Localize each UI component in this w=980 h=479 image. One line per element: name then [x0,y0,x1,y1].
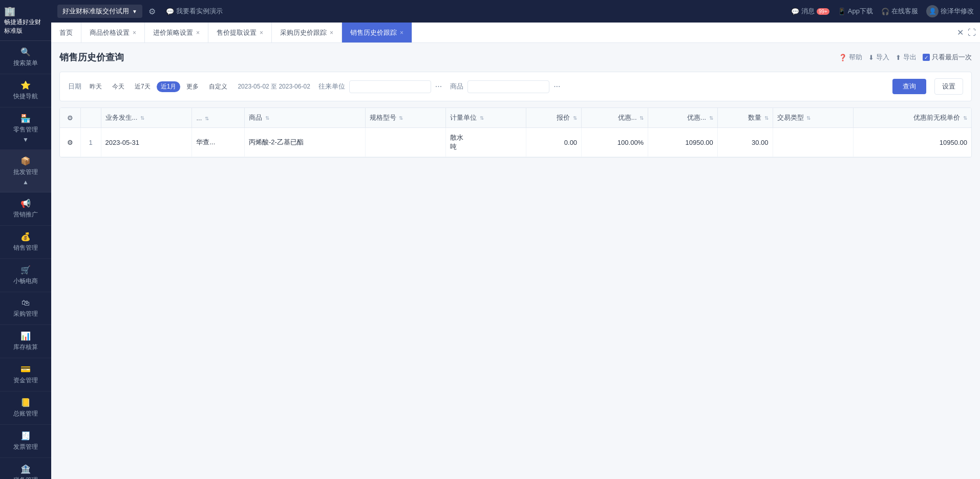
search-icon: 🔍 [20,47,31,57]
sidebar: 🏢 畅捷通好业财 标准版 🔍 搜索菜单 ⭐ 快捷导航 🏪 零售管理 ▼ 📦 批发… [0,0,51,479]
th-dots-sort-icon: ⇅ [205,116,209,121]
messages-icon: 💬 [791,8,799,15]
th-dots[interactable]: ... ⇅ [192,108,245,128]
tab-purchase-history-label: 采购历史价跟踪 [280,28,327,37]
product-label: 商品 [450,82,463,91]
wholesale-icon: 📦 [20,156,31,166]
import-btn[interactable]: ⬇ 导入 [868,53,889,62]
ecommerce-small-icon: 🛒 [20,265,31,275]
th-product[interactable]: 商品 ⇅ [244,108,365,128]
setting-btn[interactable]: 设置 [934,78,963,95]
th-discount1[interactable]: 优惠... ⇅ [582,108,648,128]
th-discount2-sort-icon: ⇅ [709,115,713,121]
sidebar-item-invoice[interactable]: 🧾 发票管理 [0,425,51,458]
tab-close-btn[interactable]: ✕ [957,28,964,37]
sidebar-item-ledger[interactable]: 📒 总账管理 [0,391,51,425]
tab-sale-price-extract[interactable]: 售价提取设置 × [208,23,272,43]
sidebar-item-tax[interactable]: 🏦 税务管理 [0,458,51,479]
tab-close-icon[interactable]: × [260,29,263,36]
messages-btn[interactable]: 💬 消息 99+ [791,7,829,16]
top-bar-right: 💬 消息 99+ 📱 App下载 🎧 在线客服 👤 徐泽华修改 [791,5,974,17]
help-btn[interactable]: ❓ 帮助 [839,53,862,62]
username: 徐泽华修改 [941,7,974,16]
tax-icon: 🏦 [20,464,31,474]
sidebar-item-marketing[interactable]: 📢 营销推广 [0,192,51,226]
export-btn[interactable]: ⬆ 导出 [896,53,917,62]
table-row: ⚙ 1 2023-05-31 华查... 丙烯酸-2-乙基已酯 散水 吨 0.0… [60,128,971,157]
tab-sales-history[interactable]: 销售历史价跟踪 × [342,23,412,43]
top-settings-btn[interactable]: ⚙ [146,5,158,18]
sidebar-item-inventory[interactable]: 📊 库存核算 [0,325,51,358]
help-icon: ❓ [839,54,847,61]
sales-icon: 💰 [20,232,31,242]
row-date: 2023-05-31 [101,128,192,157]
checkbox-icon: ✓ [923,54,930,61]
th-discount2[interactable]: 优惠... ⇅ [648,108,718,128]
online-service-btn[interactable]: 🎧 在线客服 [881,7,918,16]
date-opt-7days[interactable]: 近7天 [131,81,155,92]
logo-icon: 🏢 [4,5,47,18]
tab-close-icon[interactable]: × [133,29,136,36]
th-date-label: 业务发生... [105,114,138,121]
sidebar-item-finance[interactable]: 💳 资金管理 [0,358,51,391]
last-only-checkbox[interactable]: ✓ 只看最后一次 [923,53,972,62]
th-product-label: 商品 [249,114,262,121]
user-info[interactable]: 👤 徐泽华修改 [926,5,974,17]
th-price[interactable]: 报价 ⇅ [526,108,582,128]
row-unit-text: 散水 [450,134,463,141]
app-download-icon: 📱 [838,8,846,15]
sidebar-item-retail[interactable]: 🏪 零售管理 ▼ [0,107,51,150]
row-txtype [773,128,853,157]
th-pretax-label: 优惠前无税单价 [913,114,960,121]
date-opt-today[interactable]: 今天 [108,81,129,92]
source-unit-dots[interactable]: ··· [435,82,442,91]
date-opt-1month[interactable]: 近1月 [157,81,181,92]
sidebar-item-label: 税务管理 [13,476,38,479]
th-discount2-label: 优惠... [687,114,706,121]
sidebar-item-purchase[interactable]: 🛍 采购管理 [0,292,51,325]
source-unit-input[interactable] [349,80,431,93]
product-dots[interactable]: ··· [553,82,560,91]
th-quantity[interactable]: 数量 ⇅ [717,108,773,128]
tab-product-price[interactable]: 商品价格设置 × [81,23,145,43]
tab-close-icon[interactable]: × [400,29,403,36]
export-icon: ⬆ [896,54,901,61]
search-btn[interactable]: 查询 [892,79,926,94]
tab-close-icon[interactable]: × [196,29,200,36]
tab-purchase-history[interactable]: 采购历史价跟踪 × [272,23,342,43]
sidebar-item-label: 总账管理 [13,409,38,418]
tab-expand-btn[interactable]: ⛶ [968,28,976,37]
th-product-sort-icon: ⇅ [265,115,269,121]
th-pretax[interactable]: 优惠前无税单价 ⇅ [853,108,971,128]
product-input[interactable] [467,80,549,93]
date-opt-more[interactable]: 更多 [182,81,203,92]
th-date[interactable]: 业务发生... ⇅ [101,108,192,128]
date-label: 日期 [68,82,81,91]
nav-icon: ⭐ [20,80,31,90]
th-unit-sort-icon: ⇅ [480,115,484,121]
demo-icon: 💬 [166,8,174,15]
date-opt-yesterday[interactable]: 昨天 [86,81,106,92]
th-unit[interactable]: 计量单位 ⇅ [446,108,526,128]
th-spec[interactable]: 规格型号 ⇅ [365,108,445,128]
version-selector[interactable]: 好业财标准版交付试用 ▼ [57,5,142,18]
tab-home[interactable]: 首页 [51,23,81,43]
tab-purchase-strategy[interactable]: 进价策略设置 × [145,23,208,43]
filter-area: 日期 昨天 今天 近7天 近1月 更多 自定义 2023-05-02 至 202… [59,72,972,101]
th-gear[interactable]: ⚙ [60,108,80,128]
date-opt-custom[interactable]: 自定义 [205,81,231,92]
th-txtype[interactable]: 交易类型 ⇅ [773,108,853,128]
sidebar-item-wholesale[interactable]: 📦 批发管理 ▲ [0,150,51,192]
sidebar-item-search[interactable]: 🔍 搜索菜单 [0,41,51,74]
th-unit-label: 计量单位 [450,114,477,121]
sidebar-item-sales[interactable]: 💰 销售管理 [0,226,51,259]
app-download-btn[interactable]: 📱 App下载 [838,7,873,16]
sidebar-item-ecommerce-small[interactable]: 🛒 小畅电商 [0,259,51,292]
row-gear[interactable]: ⚙ [60,128,80,157]
th-discount1-label: 优惠... [618,114,637,121]
demo-button[interactable]: 💬 我要看实例演示 [166,7,223,16]
th-num [80,108,101,128]
tab-close-icon[interactable]: × [330,29,333,36]
row-spec [365,128,445,157]
sidebar-item-nav[interactable]: ⭐ 快捷导航 [0,74,51,107]
